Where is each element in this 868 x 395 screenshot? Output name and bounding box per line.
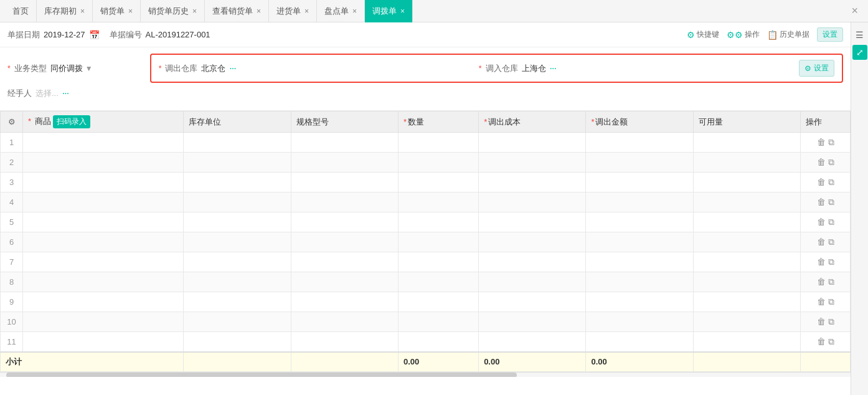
unit-cell[interactable]	[184, 153, 291, 173]
tab-home[interactable]: 首页	[5, 0, 37, 22]
sidebar-expand-icon[interactable]: ⤢	[852, 45, 867, 60]
spec-cell[interactable]	[291, 212, 398, 232]
qty-cell[interactable]	[398, 133, 478, 153]
amount-cell[interactable]	[586, 133, 693, 153]
unit-cell[interactable]	[184, 332, 291, 352]
avail-cell[interactable]	[693, 292, 800, 312]
avail-cell[interactable]	[693, 232, 800, 252]
qty-cell[interactable]	[398, 193, 478, 212]
tab-inventory-init-close[interactable]: ×	[80, 7, 85, 16]
copy-icon[interactable]: ⧉	[828, 277, 834, 287]
product-cell[interactable]	[23, 153, 184, 173]
delete-icon[interactable]: 🗑	[817, 316, 826, 326]
copy-icon[interactable]: ⧉	[828, 177, 834, 187]
agent-more-button[interactable]: ···	[62, 88, 68, 99]
business-type-dropdown-icon[interactable]: ▼	[85, 64, 93, 73]
cost-cell[interactable]	[479, 312, 586, 332]
copy-icon[interactable]: ⧉	[828, 336, 834, 346]
avail-cell[interactable]	[693, 252, 800, 272]
agent-placeholder[interactable]: 选择...	[35, 88, 59, 99]
tab-sales-order-close[interactable]: ×	[128, 7, 133, 16]
spec-cell[interactable]	[291, 252, 398, 272]
qty-cell[interactable]	[398, 252, 478, 272]
amount-cell[interactable]	[586, 312, 693, 332]
copy-icon[interactable]: ⧉	[828, 197, 834, 207]
product-cell[interactable]	[23, 252, 184, 272]
spec-cell[interactable]	[291, 272, 398, 292]
qty-cell[interactable]	[398, 332, 478, 352]
product-cell[interactable]	[23, 212, 184, 232]
qty-cell[interactable]	[398, 153, 478, 173]
amount-cell[interactable]	[586, 173, 693, 193]
unit-cell[interactable]	[184, 173, 291, 193]
delete-icon[interactable]: 🗑	[817, 177, 826, 187]
avail-cell[interactable]	[693, 173, 800, 193]
avail-cell[interactable]	[693, 332, 800, 352]
cost-cell[interactable]	[479, 173, 586, 193]
product-cell[interactable]	[23, 232, 184, 252]
cost-cell[interactable]	[479, 332, 586, 352]
delete-icon[interactable]: 🗑	[817, 277, 826, 287]
spec-cell[interactable]	[291, 193, 398, 212]
spec-cell[interactable]	[291, 133, 398, 153]
avail-cell[interactable]	[693, 153, 800, 173]
spec-cell[interactable]	[291, 292, 398, 312]
unit-cell[interactable]	[184, 212, 291, 232]
product-cell[interactable]	[23, 272, 184, 292]
cost-cell[interactable]	[479, 272, 586, 292]
scrollbar-thumb[interactable]	[6, 373, 517, 377]
delete-icon[interactable]: 🗑	[817, 237, 826, 247]
copy-icon[interactable]: ⧉	[828, 137, 834, 147]
cost-cell[interactable]	[479, 252, 586, 272]
calendar-icon[interactable]: 📅	[89, 30, 100, 40]
cost-cell[interactable]	[479, 153, 586, 173]
unit-cell[interactable]	[184, 232, 291, 252]
sidebar-list-icon[interactable]: ☰	[852, 27, 867, 42]
copy-icon[interactable]: ⧉	[828, 157, 834, 167]
tab-view-sales-close[interactable]: ×	[257, 7, 261, 16]
copy-icon[interactable]: ⧉	[828, 217, 834, 227]
amount-cell[interactable]	[586, 292, 693, 312]
spec-cell[interactable]	[291, 232, 398, 252]
qty-cell[interactable]	[398, 292, 478, 312]
tab-sales-history[interactable]: 销货单历史 ×	[141, 0, 205, 22]
avail-cell[interactable]	[693, 272, 800, 292]
tab-inventory-init[interactable]: 库存期初 ×	[37, 0, 93, 22]
cost-cell[interactable]	[479, 292, 586, 312]
tab-purchase-close[interactable]: ×	[304, 7, 309, 16]
cost-cell[interactable]	[479, 193, 586, 212]
cost-cell[interactable]	[479, 133, 586, 153]
qty-cell[interactable]	[398, 272, 478, 292]
unit-cell[interactable]	[184, 252, 291, 272]
amount-cell[interactable]	[586, 272, 693, 292]
unit-cell[interactable]	[184, 193, 291, 212]
source-warehouse-value[interactable]: 北京仓	[201, 63, 225, 74]
warehouse-settings-button[interactable]: ⚙ 设置	[799, 60, 834, 77]
amount-cell[interactable]	[586, 212, 693, 232]
copy-icon[interactable]: ⧉	[828, 297, 834, 307]
amount-cell[interactable]	[586, 232, 693, 252]
copy-icon[interactable]: ⧉	[828, 257, 834, 267]
delete-icon[interactable]: 🗑	[817, 297, 826, 307]
unit-cell[interactable]	[184, 312, 291, 332]
unit-cell[interactable]	[184, 292, 291, 312]
source-warehouse-more-button[interactable]: ···	[229, 63, 235, 74]
qty-cell[interactable]	[398, 173, 478, 193]
target-warehouse-value[interactable]: 上海仓	[522, 63, 546, 74]
avail-cell[interactable]	[693, 193, 800, 212]
shortcut-button[interactable]: ⚙ 快捷键	[687, 29, 719, 40]
product-cell[interactable]	[23, 312, 184, 332]
qty-cell[interactable]	[398, 212, 478, 232]
delete-icon[interactable]: 🗑	[817, 217, 826, 227]
qty-cell[interactable]	[398, 232, 478, 252]
avail-cell[interactable]	[693, 212, 800, 232]
operations-button[interactable]: ⚙⚙ 操作	[727, 29, 760, 40]
avail-cell[interactable]	[693, 133, 800, 153]
spec-cell[interactable]	[291, 153, 398, 173]
tab-view-sales[interactable]: 查看销货单 ×	[205, 0, 269, 22]
product-cell[interactable]	[23, 193, 184, 212]
amount-cell[interactable]	[586, 193, 693, 212]
scan-button[interactable]: 扫码录入	[53, 115, 90, 128]
cost-cell[interactable]	[479, 232, 586, 252]
history-button[interactable]: 📋 历史单据	[767, 29, 809, 40]
